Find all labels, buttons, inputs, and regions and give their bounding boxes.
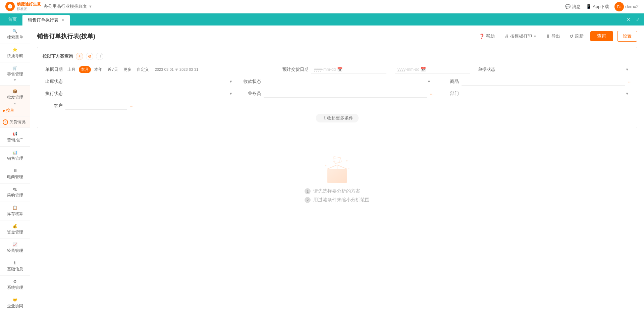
settings-filter-btn[interactable]: ⚙ [86,53,93,60]
inventory-icon: 📋 [12,205,17,210]
goods-label: 商品 [439,79,459,85]
payment-status-cell: 收款状态 ▼ [241,78,434,85]
enterprise-icon: 🤝 [12,298,17,302]
expected-date-to[interactable]: yyyy-mm-dd 📅 [395,65,470,73]
order-status-select[interactable]: ▼ [498,66,632,73]
purchase-icon: 🛍 [13,187,17,192]
user-menu[interactable]: Ea demo2 [614,2,639,11]
add-filter-btn[interactable]: + [76,53,83,60]
tab-sales-order[interactable]: 销售订单执行表 × [22,15,70,25]
date-btn-7days[interactable]: 近7天 [106,66,120,73]
date-btn-custom[interactable]: 自定义 [135,66,151,73]
exec-status-select[interactable]: ▼ [65,90,235,97]
collapse-filter-btn[interactable]: 《 [96,53,103,60]
sidebar-item-basic-info[interactable]: ℹ 基础信息 [0,257,30,276]
exec-status-cell: 执行状态 ▼ [43,90,235,97]
sidebar-item-ecommerce[interactable]: 🖥 电商管理 [0,165,30,184]
customer-input[interactable] [65,102,127,110]
sidebar-item-quick-nav[interactable]: ⭐ 快捷导航 [0,44,30,62]
breadcrumb[interactable]: 办公用品行业模拟账套 ▼ [44,3,92,9]
help-btn[interactable]: ❓ 帮助 [476,32,497,41]
goods-input[interactable] [462,78,625,86]
retail-icon: 🛒 [12,66,17,70]
date-btn-this-year[interactable]: 本年 [92,66,104,73]
credit-circle-icon: ○ [3,119,8,125]
empty-tip-2-text: 用过滤条件来缩小分析范围 [313,197,370,203]
page-header: 销售订单执行表(按单) ❓ 帮助 🖨 按模板打印 ▼ ⬇ 导出 [37,31,637,42]
collapse-row: 《 收起更多条件 [43,114,632,122]
tab-bar-actions: ✕ ⤢ [625,13,641,25]
salesperson-input[interactable] [264,90,427,98]
sidebar-item-wholesale[interactable]: 📦 批发管理 ▲ [0,86,30,105]
message-btn[interactable]: 💬 消息 [565,4,581,10]
tab-close-all-btn[interactable]: ✕ [625,15,632,23]
sidebar-item-operation[interactable]: 📈 经营管理 [0,239,30,257]
tab-bar: 首页 销售订单执行表 × ✕ ⤢ [0,13,644,25]
collapse-more-button[interactable]: 《 收起更多条件 [316,114,359,122]
wholesale-icon: 📦 [12,89,17,94]
sidebar-item-finance[interactable]: 💰 资金管理 [0,220,30,239]
sales-mgmt-icon: 📊 [12,150,17,155]
refresh-icon: ↺ [570,34,574,39]
query-button[interactable]: 查询 [590,31,613,41]
sidebar-operation-label: 经营管理 [7,248,23,254]
sidebar-item-sales-mgmt[interactable]: 📊 销售管理 [0,147,30,165]
svg-text:✦: ✦ [345,159,348,163]
tip-num-2: 2 [305,197,311,203]
page-actions: ❓ 帮助 🖨 按模板打印 ▼ ⬇ 导出 ↺ 刷新 [476,31,637,42]
sidebar-wholesale-header[interactable]: 📦 批发管理 ▲ 按单 ○ 欠货情况 [0,86,30,128]
calendar-from-icon[interactable]: 📅 [337,67,342,72]
goods-more-icon[interactable]: ··· [628,79,632,84]
calendar-to-icon[interactable]: 📅 [421,67,426,72]
sidebar-item-inventory[interactable]: 📋 库存核算 [0,202,30,220]
expected-date-label: 预计交货日期 [282,66,309,72]
tab-expand-btn[interactable]: ⤢ [635,15,641,23]
settings-button[interactable]: 设置 [617,31,637,42]
refresh-btn[interactable]: ↺ 刷新 [567,32,586,41]
customer-more-icon[interactable]: ··· [130,103,133,108]
payment-status-select[interactable]: ▼ [264,78,434,85]
order-dot-icon [3,110,5,112]
user-label: demo2 [625,4,639,9]
date-field-label: 单据日期 [43,66,63,72]
help-icon: ❓ [479,34,485,39]
sidebar-item-retail[interactable]: 🛒 零售管理 ▼ [0,62,30,86]
date-btn-last-month[interactable]: 上月 [65,66,77,73]
sidebar-item-enterprise[interactable]: 🤝 企业协同 [0,294,30,310]
avatar: Ea [614,2,624,11]
chevron-up-icon: 《 [321,115,326,121]
sidebar-subitem-order[interactable]: 按单 [0,105,30,116]
date-btn-this-month[interactable]: 本月 [79,66,91,73]
sidebar: 🔍 搜索菜单 ⭐ 快捷导航 🛒 零售管理 ▼ 📦 批发管理 ▲ 按单 ○ [0,25,30,310]
export-btn[interactable]: ⬇ 导出 [543,32,563,41]
expected-date-from-placeholder: yyyy-mm-dd [314,67,336,72]
date-separator: — [388,67,393,72]
sidebar-item-search[interactable]: 🔍 搜索菜单 [0,25,30,44]
tip-num-1: 1 [305,188,311,194]
print-btn[interactable]: 🖨 按模板打印 ▼ [501,32,539,41]
sidebar-item-marketing[interactable]: 📢 营销推广 [0,128,30,147]
ecommerce-icon: 🖥 [13,168,17,173]
goods-cell: 商品 ··· [439,78,632,86]
date-btn-more[interactable]: 更多 [121,66,133,73]
refresh-label: 刷新 [575,33,584,39]
tab-close-icon[interactable]: × [62,18,64,22]
expected-date-from[interactable]: yyyy-mm-dd 📅 [311,65,386,73]
sales-order-tab-label: 销售订单执行表 [28,17,58,23]
filter-row-3: 执行状态 ▼ 业务员 ··· 部门 [43,90,632,98]
sidebar-order-label: 按单 [6,108,14,113]
salesperson-more-icon[interactable]: ··· [430,91,434,96]
help-label: 帮助 [486,33,495,39]
order-status-label: 单据状态 [475,66,495,72]
department-select[interactable]: ▼ [462,90,632,97]
tab-home[interactable]: 首页 [3,13,22,25]
sidebar-item-purchase[interactable]: 🛍 采购管理 [0,184,30,202]
delivery-status-select[interactable]: ▼ [65,78,235,85]
message-icon: 💬 [565,4,571,9]
sidebar-subitem-credit[interactable]: ○ 欠货情况 [0,116,30,128]
collapse-more-label: 收起更多条件 [327,115,353,121]
sidebar-item-system[interactable]: ⚙ 系统管理 [0,276,30,294]
system-icon: ⚙ [13,279,17,284]
app-download-btn[interactable]: 📱 App下载 [586,4,609,10]
avatar-text: Ea [617,5,622,9]
